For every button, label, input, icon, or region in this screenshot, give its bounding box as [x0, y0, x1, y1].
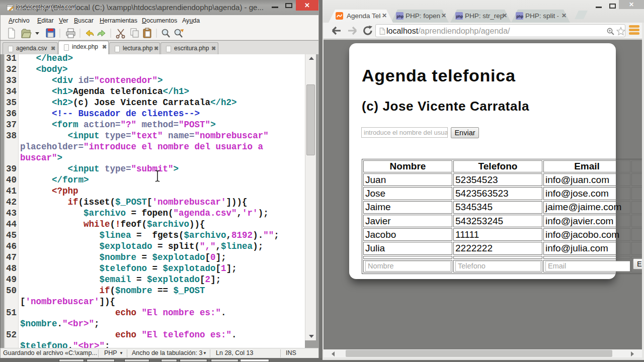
svg-text:php: php — [396, 14, 404, 19]
svg-text:php: php — [516, 14, 523, 19]
svg-text:php: php — [456, 14, 463, 19]
